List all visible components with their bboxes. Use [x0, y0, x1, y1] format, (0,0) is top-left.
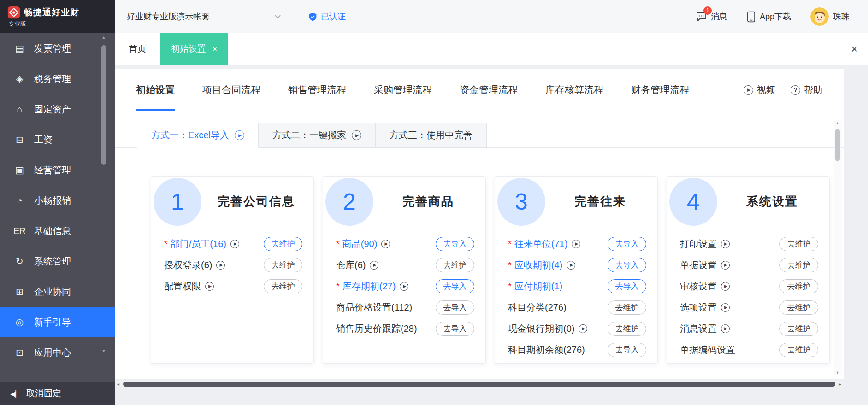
setup-item-link[interactable]: 配置权限 — [164, 280, 201, 293]
action-button[interactable]: 去维护 — [779, 343, 818, 357]
nav-tab[interactable]: 初始设置 — [136, 69, 175, 111]
nav-tab[interactable]: 财务管理流程 — [631, 69, 689, 111]
scroll-up-icon[interactable] — [100, 35, 107, 40]
scroll-down-icon[interactable] — [834, 370, 841, 375]
sidebar-item[interactable]: ⊟ 工资 — [0, 124, 115, 155]
sidebar-item[interactable]: ◎ 新手引导 — [0, 307, 115, 337]
action-button[interactable]: 去维护 — [779, 258, 818, 272]
vertical-scrollbar[interactable] — [834, 121, 841, 375]
play-icon[interactable] — [567, 261, 575, 270]
action-button[interactable]: 去维护 — [264, 279, 302, 293]
setup-item-link[interactable]: 授权登录(6) — [164, 259, 212, 271]
play-icon[interactable] — [721, 324, 730, 333]
setup-item-link[interactable]: 销售历史价跟踪(28) — [336, 323, 417, 335]
sidebar-item[interactable]: ⊞ 企业协同 — [0, 276, 115, 307]
horizontal-scrollbar[interactable] — [116, 381, 843, 387]
play-icon[interactable] — [721, 261, 730, 270]
play-icon[interactable] — [216, 261, 225, 270]
setup-item-link[interactable]: 往来单位(71) — [514, 238, 568, 250]
action-button[interactable]: 去导入 — [436, 237, 474, 251]
action-button[interactable]: 去维护 — [436, 258, 474, 272]
play-icon[interactable] — [381, 240, 390, 248]
nav-tab[interactable]: 销售管理流程 — [288, 69, 346, 111]
action-button[interactable]: 去导入 — [608, 343, 646, 357]
play-icon[interactable] — [572, 240, 580, 248]
action-button[interactable]: 去维护 — [608, 300, 646, 315]
method-tab[interactable]: 方式一：Excel导入 — [137, 123, 259, 148]
scroll-down-icon[interactable] — [100, 349, 107, 353]
sidebar-item[interactable]: ⌂ 固定资产 — [0, 94, 115, 124]
method-tab[interactable]: 方式二：一键搬家 — [259, 123, 376, 148]
action-button[interactable]: 去维护 — [779, 322, 818, 336]
setup-item-link[interactable]: 打印设置 — [680, 238, 717, 250]
scroll-up-icon[interactable] — [834, 121, 841, 125]
action-button[interactable]: 去导入 — [436, 300, 474, 315]
video-button[interactable]: 视频 — [744, 84, 775, 96]
play-icon[interactable] — [400, 282, 408, 291]
setup-item-link[interactable]: 单据编码设置 — [680, 344, 735, 356]
play-icon[interactable] — [721, 303, 730, 312]
sidebar-scrollbar[interactable] — [100, 35, 107, 353]
nav-tab[interactable]: 采购管理流程 — [374, 69, 432, 111]
account-set-selector[interactable]: 好业财专业版演示帐套 — [127, 8, 286, 25]
method-tab[interactable]: 方式三：使用中完善 — [376, 123, 487, 148]
nav-tab[interactable]: 项目合同流程 — [202, 69, 260, 111]
action-button[interactable]: 去维护 — [608, 322, 646, 336]
action-button[interactable]: 去维护 — [779, 237, 818, 251]
action-button[interactable]: 去维护 — [264, 237, 302, 251]
play-icon[interactable] — [230, 240, 239, 248]
setup-item-link[interactable]: 仓库(6) — [336, 259, 366, 271]
setup-item-link[interactable]: 单据设置 — [680, 259, 717, 271]
unpin-sidebar-button[interactable]: 取消固定 — [0, 382, 115, 405]
action-button[interactable]: 去导入 — [436, 322, 474, 336]
setup-item-link[interactable]: 商品价格设置(112) — [336, 301, 412, 314]
setup-item-link[interactable]: 选项设置 — [680, 301, 717, 314]
setup-item-link[interactable]: 科目期初余额(276) — [508, 344, 585, 356]
scroll-thumb[interactable] — [123, 382, 835, 387]
sidebar-item[interactable]: ◔ 小畅报销 — [0, 185, 115, 216]
play-icon[interactable] — [721, 240, 730, 248]
play-icon[interactable] — [579, 324, 587, 333]
play-icon[interactable] — [370, 261, 378, 270]
play-icon[interactable] — [721, 282, 730, 291]
app-download-button[interactable]: App下载 — [747, 11, 791, 23]
action-button[interactable]: 去维护 — [779, 300, 818, 315]
sidebar-scroll-thumb[interactable] — [101, 45, 106, 165]
setup-item-link[interactable]: 商品(90) — [342, 238, 378, 250]
setup-item-link[interactable]: 部门/员工(16) — [171, 238, 226, 250]
sidebar-item[interactable]: ↻ 系统管理 — [0, 246, 115, 276]
sidebar-item[interactable]: ◈ 税务管理 — [0, 64, 115, 94]
nav-tab[interactable]: 资金管理流程 — [460, 69, 518, 111]
nav-tab[interactable]: 库存核算流程 — [545, 69, 603, 111]
setup-row: 配置权限 去维护 — [164, 276, 302, 297]
tab-initial-settings[interactable]: 初始设置 — [160, 33, 228, 65]
help-button[interactable]: 帮助 — [791, 84, 822, 96]
setup-item-link[interactable]: 应收期初(4) — [514, 259, 562, 271]
action-button[interactable]: 去维护 — [779, 279, 818, 293]
action-button[interactable]: 去导入 — [608, 279, 646, 293]
sidebar-item[interactable]: ER 基础信息 — [0, 216, 115, 246]
setup-item-link[interactable]: 科目分类(276) — [508, 301, 567, 314]
play-icon[interactable] — [205, 282, 214, 291]
setup-item-link[interactable]: 现金银行期初(0) — [508, 323, 574, 335]
action-button[interactable]: 去导入 — [608, 258, 646, 272]
scroll-right-icon[interactable] — [839, 381, 841, 387]
setup-item-link[interactable]: 库存期初(27) — [342, 280, 396, 293]
sidebar-item[interactable]: ⊡ 应用中心 — [0, 337, 115, 368]
tab-close-icon[interactable] — [213, 44, 217, 54]
setup-item-link[interactable]: 应付期初(1) — [514, 280, 562, 293]
sidebar-item[interactable]: ▤ 发票管理 — [0, 33, 115, 64]
action-button[interactable]: 去导入 — [436, 279, 474, 293]
setup-item-link[interactable]: 消息设置 — [680, 323, 717, 335]
sidebar-item[interactable]: ▣ 经营管理 — [0, 155, 115, 185]
messages-button[interactable]: 1 消息 — [696, 11, 727, 22]
scroll-thumb[interactable] — [835, 129, 840, 161]
action-button[interactable]: 去导入 — [608, 237, 646, 251]
tab-home[interactable]: 首页 — [115, 33, 160, 65]
setup-card: 1 完善公司信息 部门/员工(16) 去维护 — [151, 176, 314, 364]
user-profile[interactable]: 珠珠 — [810, 7, 850, 26]
close-panel-icon[interactable] — [851, 43, 858, 55]
scroll-left-icon[interactable] — [117, 381, 119, 387]
action-button[interactable]: 去维护 — [264, 258, 302, 272]
setup-item-link[interactable]: 审核设置 — [680, 280, 717, 293]
